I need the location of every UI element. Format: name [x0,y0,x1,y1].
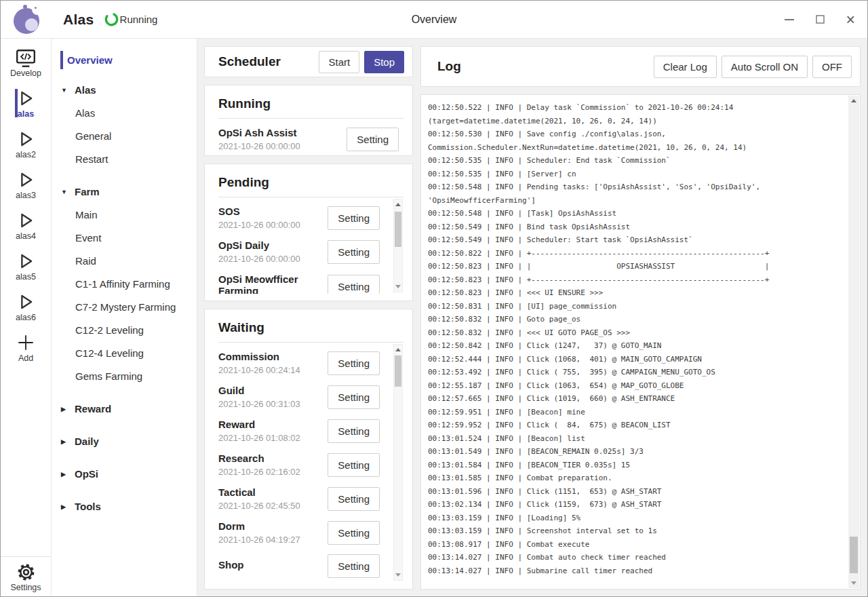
nav-item-overview[interactable]: Overview [60,51,197,69]
task-setting-button[interactable]: Setting [328,351,380,375]
task-setting-button[interactable]: Setting [328,206,380,230]
task-setting-button[interactable]: Setting [328,521,380,545]
scroll-down-arrow-icon[interactable] [395,285,401,288]
task-setting-button[interactable]: Setting [328,554,380,578]
scroll-up-arrow-icon[interactable] [851,99,856,102]
scroll-down-arrow-icon[interactable] [395,573,401,577]
nav-expand-arrow-icon: ▶ [61,471,68,478]
log-line: 00:13:01.596 | INFO | Click (1151, 653) … [428,485,840,499]
scroll-up-arrow-icon[interactable] [395,203,401,206]
log-line: 00:13:01.585 | INFO | Combat preparation… [428,471,840,485]
nav-expand-arrow-icon: ▼ [61,189,68,195]
play-icon [15,251,37,271]
minimize-button[interactable] [785,12,794,28]
nav-item[interactable]: C7-2 Mystery Farming [52,296,197,319]
clear-log-button[interactable]: Clear Log [654,56,717,78]
nav-group-header[interactable]: ▶ Daily [52,429,197,453]
log-line: 00:13:01.524 | INFO | [Beacon] list [428,432,840,446]
settings-button[interactable]: Settings [1,556,51,596]
waiting-scroll-area: Commission 2021-10-26 00:24:14 Setting G… [218,343,404,582]
log-column: Log Clear Log Auto Scroll ON OFF 00:12:5… [418,39,867,596]
task-setting-button[interactable]: Setting [328,240,380,264]
auto-scroll-on-button[interactable]: Auto Scroll ON [722,56,808,78]
nav-expand-arrow-icon: ▶ [61,438,68,445]
nav-group: ▶ OpSi [52,462,197,486]
maximize-button[interactable] [816,12,825,28]
task-setting-button[interactable]: Setting [328,453,380,477]
instance-list: alas alas2 alas3 alas4 alas5 alas6 [15,83,37,328]
log-line: 00:12:50.823 | INFO | | OPSIASHASSIST | [428,260,840,273]
nav-item[interactable]: Gems Farming [52,365,197,388]
task-setting-button[interactable]: Setting [328,419,380,443]
sidebar-instance-item[interactable]: alas5 [15,246,37,287]
task-row: OpSi Daily 2021-10-26 00:00:00 Setting [218,234,385,268]
instance-label: alas3 [16,191,36,200]
nav-group-header[interactable]: ▶ Tools [52,495,197,518]
nav-group-header[interactable]: ▶ OpSi [52,462,197,486]
waiting-scrollbar[interactable] [393,344,403,581]
sidebar-instance-item[interactable]: alas2 [15,124,37,165]
task-setting-button[interactable]: Setting [328,275,380,294]
nav-item[interactable]: General [52,125,197,148]
log-lines: 00:12:50.522 | INFO | Delay task `Commis… [421,95,860,583]
nav-children: Alas General Restart [52,102,197,171]
scrollbar-thumb[interactable] [850,537,858,573]
log-output-panel: 00:12:50.522 | INFO | Delay task `Commis… [420,94,861,590]
task-next-run-time: 2021-10-26 02:16:02 [218,467,328,477]
sidebar-instance-item[interactable]: alas [15,83,37,124]
log-line: 00:12:50.549 | INFO | Scheduler: Start t… [428,233,840,247]
scroll-up-arrow-icon[interactable] [395,348,401,351]
log-scrollbar[interactable] [848,96,859,588]
nav-item[interactable]: Main [52,204,197,227]
log-buttons: Clear Log Auto Scroll ON OFF [654,56,852,78]
sidebar-item-develop[interactable]: Develop [1,44,51,83]
add-instance-button[interactable]: Add [1,328,51,368]
maximize-icon [816,15,825,24]
waiting-title: Waiting [218,316,404,342]
log-line: 00:12:50.823 | INFO | <<< UI ENSURE >>> [428,286,840,300]
task-info: Shop [218,559,328,573]
instance-label: alas5 [16,272,36,282]
log-line: 00:12:53.492 | INFO | Click ( 755, 395) … [428,366,840,379]
plus-icon [16,332,36,353]
sidebar-instance-item[interactable]: alas6 [15,287,37,328]
nav-item[interactable]: Raid [52,250,197,273]
nav-expand-arrow-icon: ▶ [61,406,68,412]
running-spinner-icon [104,12,119,27]
nav-item[interactable]: Alas [52,102,197,125]
nav-group-header[interactable]: ▼ Farm [52,180,197,204]
task-name: SOS [218,206,328,217]
log-line: 00:13:01.549 | INFO | [BEACON_REMAIN 0.0… [428,445,840,459]
task-row: OpSi Ash Assist 2021-10-26 00:00:00 Sett… [218,121,404,155]
nav-item[interactable]: Restart [52,148,197,171]
pending-task-list: SOS 2021-10-26 00:00:00 Setting OpSi Dai… [218,197,385,294]
waiting-panel: Waiting Commission 2021-10-26 00:24:14 S… [204,309,413,590]
task-name: Guild [218,385,328,396]
sidebar-instance-item[interactable]: alas3 [15,165,37,206]
task-info: Commission 2021-10-26 00:24:14 [218,351,328,375]
task-setting-button[interactable]: Setting [328,487,380,511]
start-button[interactable]: Start [319,51,359,73]
nav-group: ▶ Daily [52,429,197,453]
nav-group-header[interactable]: ▼ Alas [52,78,197,102]
scroll-down-arrow-icon[interactable] [851,581,856,585]
sidebar-instance-item[interactable]: alas4 [15,206,37,246]
auto-scroll-off-button[interactable]: OFF [812,56,852,78]
stop-button[interactable]: Stop [364,51,404,73]
scrollbar-thumb[interactable] [395,355,401,387]
nav-item[interactable]: Event [52,227,197,250]
log-line: 00:12:59.952 | INFO | Click ( 84, 675) @… [428,419,840,432]
pending-scrollbar[interactable] [393,199,403,292]
nav-item[interactable]: C12-4 Leveling [52,342,197,365]
log-line: 00:12:57.665 | INFO | Click (1019, 660) … [428,392,840,406]
task-setting-button[interactable]: Setting [347,128,399,151]
log-line: 00:13:14.027 | INFO | Combat auto check … [428,551,840,564]
task-setting-button[interactable]: Setting [328,385,380,409]
nav-item[interactable]: C12-2 Leveling [52,319,197,342]
nav-group-header[interactable]: ▶ Reward [52,397,197,421]
nav-item[interactable]: C1-1 Affinity Farming [52,273,197,296]
close-button[interactable]: × [846,12,855,28]
task-info: OpSi Meowfficer Farming [218,273,328,294]
scrollbar-thumb[interactable] [395,212,401,247]
log-line: 00:12:50.522 | INFO | Delay task `Commis… [428,101,840,115]
